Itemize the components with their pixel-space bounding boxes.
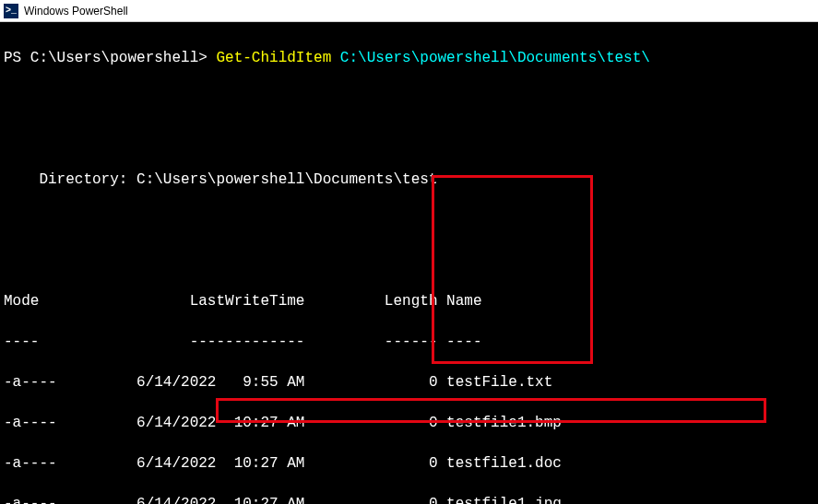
cmd-argument: C:\Users\powershell\Documents\test\ [331,50,650,66]
powershell-icon: >_ [4,4,18,18]
prompt: PS C:\Users\powershell> [4,50,216,66]
table-row: -a---- 6/14/2022 10:27 AM 0 testfile1.do… [4,453,814,474]
column-separator: ---- ------------- ------ ---- [4,332,814,352]
directory-header: Directory: C:\Users\powershell\Documents… [4,170,814,190]
title-bar: >_ Windows PowerShell [0,0,818,22]
table-row: -a---- 6/14/2022 10:27 AM 0 testfile1.bm… [4,413,814,433]
table-row: -a---- 6/14/2022 9:55 AM 0 testFile.txt [4,372,814,393]
cmdlet-name: Get-ChildItem [216,50,331,66]
column-header: Mode LastWriteTime Length Name [4,291,814,311]
table-row: -a---- 6/14/2022 10:27 AM 0 testfile1.jp… [4,494,814,504]
window-title: Windows PowerShell [24,5,128,18]
terminal-pane[interactable]: PS C:\Users\powershell> Get-ChildItem C:… [0,22,818,504]
